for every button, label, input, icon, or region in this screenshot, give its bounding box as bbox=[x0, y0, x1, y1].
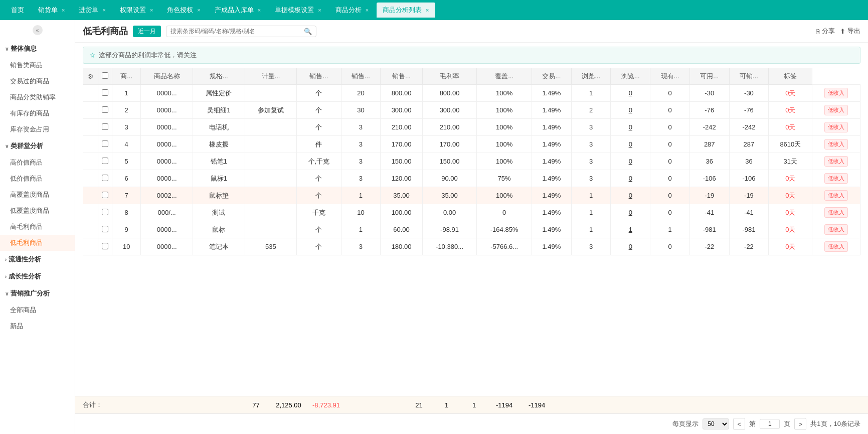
select-all-checkbox[interactable] bbox=[102, 72, 108, 79]
sidebar-item-high-coverage[interactable]: 高覆盖度商品 bbox=[0, 187, 75, 203]
cell-current-stock: -30 bbox=[689, 85, 729, 102]
cell-current-stock: -981 bbox=[689, 221, 729, 238]
th-check[interactable] bbox=[98, 68, 112, 85]
sidebar-group-circulation[interactable]: › 流通性分析 bbox=[0, 251, 75, 268]
sidebar-item-low-margin[interactable]: 低毛利商品 bbox=[0, 235, 75, 251]
close-icon[interactable]: × bbox=[102, 7, 105, 13]
sidebar-item-new-products[interactable]: 新品 bbox=[0, 318, 75, 334]
row-checkbox[interactable] bbox=[102, 106, 108, 113]
cell-browse1[interactable]: 0 bbox=[611, 204, 650, 221]
cell-sales-amount: 300.00 bbox=[422, 102, 477, 119]
notice-bar: ☆ 这部分商品的利润非常低，请关注 bbox=[83, 47, 860, 64]
cell-unit: 个 bbox=[297, 187, 341, 204]
period-button[interactable]: 近一月 bbox=[133, 26, 161, 37]
cell-check[interactable] bbox=[98, 187, 112, 204]
chevron-down-icon: ∨ bbox=[5, 291, 9, 297]
row-checkbox[interactable] bbox=[102, 226, 108, 232]
sidebar-group-marketing[interactable]: ∨ 营销推广分析 bbox=[0, 285, 75, 302]
close-icon[interactable]: × bbox=[150, 7, 153, 13]
row-checkbox[interactable] bbox=[102, 209, 108, 215]
cell-browse1[interactable]: 0 bbox=[611, 119, 650, 136]
per-page-select[interactable]: 50 100 200 bbox=[703, 418, 729, 429]
nav-template-settings[interactable]: 单据模板设置 × bbox=[269, 3, 327, 18]
cell-sellable-days: 0天 bbox=[769, 102, 812, 119]
close-icon[interactable]: × bbox=[62, 7, 65, 13]
th-settings[interactable]: ⚙ bbox=[83, 68, 98, 85]
sidebar-group-growth[interactable]: › 成长性分析 bbox=[0, 268, 75, 285]
cell-no: 7 bbox=[112, 187, 141, 204]
row-checkbox[interactable] bbox=[102, 243, 108, 249]
sidebar-item-sales-products[interactable]: 销售类商品 bbox=[0, 57, 75, 73]
nav-product-analysis-list[interactable]: 商品分析列表 × bbox=[377, 3, 435, 18]
cell-browse1[interactable]: 0 bbox=[611, 85, 650, 102]
next-page-button[interactable]: > bbox=[794, 418, 806, 430]
share-button[interactable]: ⎘ 分享 bbox=[816, 27, 835, 36]
cell-check[interactable] bbox=[98, 221, 112, 238]
cell-browse1[interactable]: 0 bbox=[611, 102, 650, 119]
nav-role-auth[interactable]: 角色授权 × bbox=[161, 3, 206, 18]
export-button[interactable]: ⬆ 导出 bbox=[840, 27, 860, 36]
cell-coverage: 1.49% bbox=[532, 170, 571, 187]
cell-browse1[interactable]: 1 bbox=[611, 221, 650, 238]
sidebar-item-traded-products[interactable]: 交易过的商品 bbox=[0, 73, 75, 89]
cell-check[interactable] bbox=[98, 153, 112, 170]
sidebar-item-category-sales-rate[interactable]: 商品分类助销率 bbox=[0, 89, 75, 105]
sidebar-item-all-products[interactable]: 全部商品 bbox=[0, 302, 75, 318]
row-checkbox[interactable] bbox=[102, 175, 108, 181]
cell-browse1[interactable]: 0 bbox=[611, 187, 650, 204]
row-checkbox[interactable] bbox=[102, 89, 108, 96]
sidebar-item-low-value[interactable]: 低价值商品 bbox=[0, 171, 75, 187]
sidebar-item-stock-capital[interactable]: 库存资金占用 bbox=[0, 121, 75, 137]
close-icon[interactable]: × bbox=[197, 7, 200, 13]
cell-unit: 个 bbox=[297, 119, 341, 136]
cell-browse1[interactable]: 0 bbox=[611, 238, 650, 255]
search-icon[interactable]: 🔍 bbox=[304, 28, 312, 35]
close-icon[interactable]: × bbox=[426, 7, 429, 13]
cell-sales-price: 170.00 bbox=[381, 136, 423, 153]
row-checkbox[interactable] bbox=[102, 192, 108, 198]
row-checkbox[interactable] bbox=[102, 158, 108, 164]
cell-check[interactable] bbox=[98, 204, 112, 221]
cell-check[interactable] bbox=[98, 85, 112, 102]
sidebar-item-low-coverage[interactable]: 低覆盖度商品 bbox=[0, 203, 75, 219]
close-icon[interactable]: × bbox=[258, 7, 261, 13]
prev-page-button[interactable]: < bbox=[733, 418, 745, 430]
sidebar-item-in-stock-products[interactable]: 有库存的商品 bbox=[0, 105, 75, 121]
cell-check[interactable] bbox=[98, 170, 112, 187]
cell-check[interactable] bbox=[98, 136, 112, 153]
sidebar-group-cluster-analysis[interactable]: ∨ 类群堂分析 bbox=[0, 137, 75, 155]
close-icon[interactable]: × bbox=[318, 7, 321, 13]
cell-browse1[interactable]: 0 bbox=[611, 136, 650, 153]
cell-sales-price: 120.00 bbox=[381, 170, 423, 187]
cell-tag: 低收入 bbox=[812, 187, 860, 204]
row-checkbox[interactable] bbox=[102, 123, 108, 130]
row-checkbox[interactable] bbox=[102, 140, 108, 147]
cell-check[interactable] bbox=[98, 102, 112, 119]
sidebar-collapse-btn[interactable]: « bbox=[33, 25, 43, 35]
cell-check[interactable] bbox=[98, 238, 112, 255]
cell-unit: 个 bbox=[297, 238, 341, 255]
nav-home[interactable]: 首页 bbox=[5, 3, 30, 18]
cell-tag: 低收入 bbox=[812, 153, 860, 170]
nav-product-entry[interactable]: 产成品入库单 × bbox=[209, 3, 267, 18]
cell-current-stock: -19 bbox=[689, 187, 729, 204]
nav-permission-settings[interactable]: 权限设置 × bbox=[114, 3, 159, 18]
cell-no: 8 bbox=[112, 204, 141, 221]
cell-spec bbox=[245, 119, 297, 136]
cell-browse1[interactable]: 0 bbox=[611, 153, 650, 170]
page-number-input[interactable] bbox=[760, 419, 780, 429]
sidebar-group-overall-info[interactable]: ∨ 整体信息 bbox=[0, 40, 75, 57]
cell-browse1[interactable]: 0 bbox=[611, 170, 650, 187]
cell-browse2: 0 bbox=[650, 170, 690, 187]
share-icon: ⎘ bbox=[816, 28, 820, 35]
sidebar-item-high-margin[interactable]: 高毛利商品 bbox=[0, 219, 75, 235]
nav-sales-order[interactable]: 销货单 × bbox=[32, 3, 71, 18]
nav-purchase-order[interactable]: 进货单 × bbox=[73, 3, 111, 18]
cell-settings bbox=[83, 187, 98, 204]
cell-check[interactable] bbox=[98, 119, 112, 136]
cell-code: 0000... bbox=[141, 136, 193, 153]
sidebar-item-high-value[interactable]: 高价值商品 bbox=[0, 155, 75, 171]
search-input[interactable] bbox=[170, 28, 301, 35]
close-icon[interactable]: × bbox=[366, 7, 369, 13]
nav-product-analysis[interactable]: 商品分析 × bbox=[329, 3, 375, 18]
